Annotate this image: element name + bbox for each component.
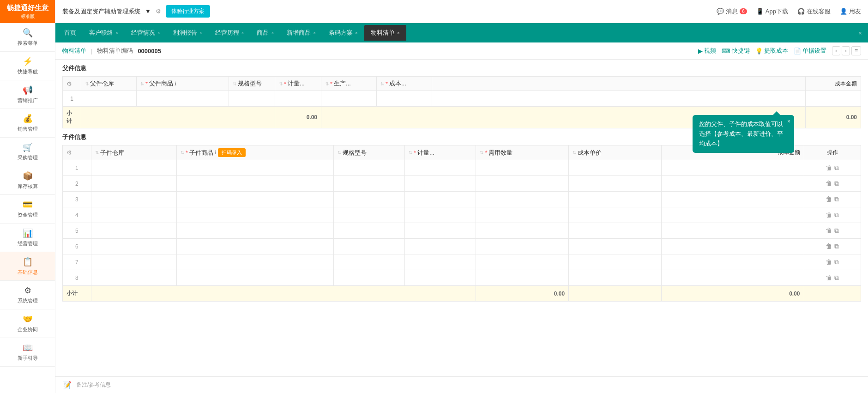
sidebar-item-新手引导[interactable]: 📖新手引导 (0, 338, 55, 367)
sidebar-item-基础信息[interactable]: 📋基础信息 (0, 252, 55, 281)
parent-cell-warehouse[interactable] (81, 91, 137, 107)
child-th-settings[interactable]: ⚙ (63, 145, 91, 160)
nav-tab-条码方案[interactable]: 条码方案 × (322, 25, 364, 41)
app-download-item[interactable]: 📱 App下载 (756, 7, 788, 16)
child-cell-quantity[interactable] (476, 192, 569, 207)
child-cell-product[interactable] (177, 239, 334, 254)
child-cell-unit[interactable] (405, 160, 476, 176)
child-cell-unit[interactable] (405, 270, 476, 286)
child-cell-product[interactable] (177, 207, 334, 223)
child-cell-unit[interactable] (405, 254, 476, 270)
delete-icon[interactable]: 🗑 (826, 258, 832, 266)
child-th-quantity[interactable]: ⇅*需用数量 (476, 145, 569, 160)
child-cell-warehouse[interactable] (91, 223, 176, 239)
parent-cell-product[interactable] (137, 91, 229, 107)
child-cell-product[interactable] (177, 192, 334, 207)
child-cell-product[interactable] (177, 254, 334, 270)
child-cell-unit-cost[interactable] (569, 270, 662, 286)
child-cell-quantity[interactable] (476, 160, 569, 176)
delete-icon[interactable]: 🗑 (826, 180, 832, 187)
copy-icon[interactable]: ⧉ (834, 195, 839, 203)
child-cell-unit[interactable] (405, 223, 476, 239)
close-all-tabs-btn[interactable]: × (855, 30, 866, 36)
sidebar-item-经营管理[interactable]: 📊经营管理 (0, 224, 55, 252)
child-cell-product[interactable] (177, 270, 334, 286)
child-cell-spec[interactable] (333, 176, 404, 192)
child-cell-warehouse[interactable] (91, 239, 176, 254)
delete-icon[interactable]: 🗑 (826, 195, 832, 203)
child-cell-unit[interactable] (405, 176, 476, 192)
child-cell-unit-cost[interactable] (569, 254, 662, 270)
trial-button[interactable]: 体验行业方案 (166, 5, 210, 18)
nav-tab-物料清单[interactable]: 物料清单 × (364, 25, 406, 41)
child-cell-unit-cost[interactable] (569, 207, 662, 223)
sidebar-item-采购管理[interactable]: 🛒采购管理 (0, 138, 55, 166)
copy-icon[interactable]: ⧉ (834, 227, 839, 235)
sidebar-item-系统管理[interactable]: ⚙系统管理 (0, 281, 55, 309)
delete-icon[interactable]: 🗑 (826, 242, 832, 250)
copy-icon[interactable]: ⧉ (834, 180, 839, 187)
delete-icon[interactable]: 🗑 (826, 227, 832, 235)
child-cell-warehouse[interactable] (91, 207, 176, 223)
child-cell-warehouse[interactable] (91, 254, 176, 270)
child-cell-product[interactable] (177, 160, 334, 176)
sidebar-item-销售管理[interactable]: 💰销售管理 (0, 109, 55, 138)
breadcrumb[interactable]: 物料清单 (62, 47, 86, 55)
child-cell-unit[interactable] (405, 239, 476, 254)
copy-icon[interactable]: ⧉ (834, 274, 839, 282)
nav-tab-首页[interactable]: 首页 (58, 25, 83, 41)
sidebar-item-搜索菜单[interactable]: 🔍搜索菜单 (0, 23, 55, 52)
child-cell-unit-cost[interactable] (569, 223, 662, 239)
online-service-item[interactable]: 🎧 在线客服 (797, 7, 831, 16)
nav-tab-利润报告[interactable]: 利润报告 × (167, 25, 209, 41)
child-cell-unit[interactable] (405, 192, 476, 207)
nav-tab-客户联络[interactable]: 客户联络 × (83, 25, 125, 41)
copy-icon[interactable]: ⧉ (834, 164, 839, 172)
shortcut-btn[interactable]: ⌨ 快捷键 (722, 47, 750, 55)
child-cell-unit-cost[interactable] (569, 160, 662, 176)
sidebar-item-资金管理[interactable]: 💳资金管理 (0, 195, 55, 224)
child-cell-spec[interactable] (333, 207, 404, 223)
sidebar-item-企业协同[interactable]: 🤝企业协同 (0, 309, 55, 338)
delete-icon[interactable]: 🗑 (826, 211, 832, 219)
nav-tab-经营情况[interactable]: 经营情况 × (125, 25, 167, 41)
list-view-btn[interactable]: ≡ (851, 46, 861, 55)
child-cell-spec[interactable] (333, 192, 404, 207)
parent-cell-spec[interactable] (229, 91, 275, 107)
child-cell-warehouse[interactable] (91, 192, 176, 207)
nav-tab-经营历程[interactable]: 经营历程 × (209, 25, 251, 41)
next-page-btn[interactable]: › (842, 46, 850, 55)
child-th-unit[interactable]: ⇅*计量... (405, 145, 476, 160)
child-cell-spec[interactable] (333, 160, 404, 176)
sidebar-item-库存核算[interactable]: 📦库存核算 (0, 166, 55, 195)
settings-icon[interactable]: ⚙ (156, 8, 161, 15)
prev-page-btn[interactable]: ‹ (832, 46, 840, 55)
parent-th-cost[interactable]: ⇅*成本... (377, 77, 432, 91)
parent-th-unit[interactable]: ⇅*计量... (275, 77, 321, 91)
sidebar-item-营销推广[interactable]: 📢营销推广 (0, 80, 55, 109)
child-th-unit-cost[interactable]: ⇅成本单价 (569, 145, 662, 160)
delete-icon[interactable]: 🗑 (826, 274, 832, 282)
delete-icon[interactable]: 🗑 (826, 164, 832, 172)
parent-th-production[interactable]: ⇅*生产... (321, 77, 377, 91)
copy-icon[interactable]: ⧉ (834, 211, 839, 219)
child-cell-warehouse[interactable] (91, 176, 176, 192)
child-cell-unit-cost[interactable] (569, 192, 662, 207)
child-cell-spec[interactable] (333, 254, 404, 270)
dropdown-icon[interactable]: ▼ (145, 8, 151, 15)
child-cell-quantity[interactable] (476, 239, 569, 254)
view-video-btn[interactable]: ▶ 视频 (698, 47, 716, 55)
child-cell-unit-cost[interactable] (569, 176, 662, 192)
copy-icon[interactable]: ⧉ (834, 258, 839, 266)
tooltip-close-btn[interactable]: × (787, 117, 790, 126)
parent-th-product[interactable]: ⇅*父件商品ℹ (137, 77, 229, 91)
extract-cost-btn[interactable]: 💡 提取成本 (755, 47, 788, 55)
nav-tab-新增商品[interactable]: 新增商品 × (280, 25, 322, 41)
child-th-spec[interactable]: ⇅规格型号 (333, 145, 404, 160)
parent-th-spec[interactable]: ⇅规格型号 (229, 77, 275, 91)
child-cell-product[interactable] (177, 223, 334, 239)
child-cell-spec[interactable] (333, 223, 404, 239)
parent-cell-unit[interactable] (275, 91, 321, 107)
child-cell-spec[interactable] (333, 239, 404, 254)
child-cell-quantity[interactable] (476, 223, 569, 239)
